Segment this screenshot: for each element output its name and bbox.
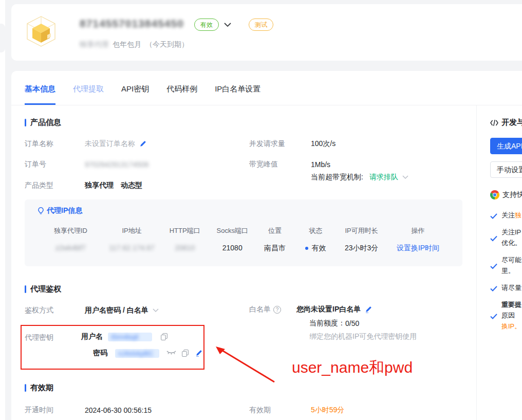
col-status: 状态: [295, 226, 337, 235]
sidebar-title-row: 开发与: [490, 118, 522, 127]
order-name-label: 订单名称: [25, 139, 85, 149]
proxy-ip-panel-title-text: 代理IP信息: [47, 206, 82, 215]
open-time-label: 开通时间: [25, 406, 85, 415]
over-bandwidth-chevron-icon[interactable]: [402, 175, 408, 179]
tip-link[interactable]: 独: [515, 211, 521, 219]
status-badge: 有效: [194, 19, 219, 31]
plan-cycle-label: 包年包月: [113, 40, 141, 49]
proxy-ip-table-row: z2wk4bf7 117.62.174.67 20810 21080 南昌市 有…: [38, 244, 450, 253]
over-bandwidth-mode-link[interactable]: 请求排队: [369, 173, 398, 182]
edit-whitelist-icon[interactable]: [365, 306, 372, 313]
concurrency-row: 并发请求量 100次/s: [249, 139, 335, 149]
status-dot-icon: [305, 247, 308, 250]
col-ip-address: IP地址: [104, 226, 160, 235]
auth-method-row: 鉴权方式 用户名密码 / 白名单: [25, 306, 159, 315]
annotation-red-box: [21, 325, 204, 370]
col-action: 操作: [386, 226, 450, 235]
plan-name-masked: 独享代理: [80, 40, 108, 49]
section-bar: [25, 119, 26, 126]
tab-api-key[interactable]: API密钥: [121, 84, 149, 105]
quota-label: 当前额度：: [309, 319, 345, 328]
test-badge: 测试: [249, 19, 273, 31]
left-edge-panel: [0, 0, 5, 420]
col-location: 位置: [255, 226, 294, 235]
order-id-masked-text: 8714557013845450: [80, 17, 184, 29]
proxy-ip-panel: 代理IP信息 独享代理ID IP地址 HTTP端口 Socks端口 位置 状态 …: [25, 199, 462, 266]
whitelist-help-icon[interactable]: ?: [273, 306, 281, 314]
period-row: 有效期 5小时59分: [249, 406, 344, 415]
order-no-masked: 9702642913174506: [85, 160, 149, 169]
order-name-value: 未设置订单名称: [85, 139, 135, 149]
tips-list: 关注独 关注IP优化。 尽可能里。 请尽量 重要提 原因 换IP。: [490, 210, 522, 332]
section-product-info: 产品信息: [25, 118, 61, 127]
order-id-title: 8714557013845450: [80, 17, 184, 30]
tab-proxy-extract[interactable]: 代理提取: [73, 84, 104, 105]
tip-item: 重要提 原因 换IP。: [490, 299, 522, 332]
socks-port-value: 21080: [210, 244, 255, 253]
tab-bar: 基本信息 代理提取 API密钥 代码样例 IP白名单设置: [11, 71, 522, 105]
tab-basic-info[interactable]: 基本信息: [25, 84, 55, 105]
tip-item: 尽可能里。: [490, 254, 522, 276]
whitelist-quota-row: 当前额度： 0/50: [309, 319, 359, 328]
status-text: 有效: [311, 244, 326, 252]
order-no-row: 订单号 9702642913174506: [25, 160, 149, 169]
chrome-icon: [490, 190, 499, 199]
quota-value: 0/50: [345, 319, 359, 327]
order-no-label: 订单号: [25, 160, 85, 169]
concurrency-value: 100次/s: [311, 139, 335, 149]
tip-item: 关注独: [490, 210, 522, 221]
tip-change-ip-link[interactable]: 换IP。: [501, 321, 521, 332]
status-chevron-down-icon[interactable]: [224, 23, 231, 27]
manual-setting-button[interactable]: 手动设置: [490, 161, 522, 178]
annotation-arrow: [214, 343, 281, 386]
edit-order-name-icon[interactable]: [139, 140, 146, 148]
col-duration: IP可用时长: [337, 226, 386, 235]
col-socks-port: Socks端口: [210, 226, 255, 235]
proxy-ip-panel-title: 代理IP信息: [38, 206, 82, 215]
http-port-masked: 20810: [160, 244, 210, 253]
order-header-card: 8714557013845450 有效 测试 独享代理 包年包月 （今天到期）: [11, 4, 522, 61]
ip-address-masked: 117.62.174.67: [104, 244, 160, 253]
proxy-id-masked: z2wk4bf7: [38, 244, 104, 253]
tab-code-sample[interactable]: 代码样例: [166, 84, 197, 105]
product-type-value2: 动态型: [121, 181, 142, 190]
generate-api-button[interactable]: 生成API: [490, 138, 522, 154]
status-cell: 有效: [295, 244, 337, 253]
period-value: 5小时59分: [311, 406, 344, 415]
main-content: 产品信息 订单名称 未设置订单名称 并发请求量 100次/s 订单号 97026…: [25, 105, 462, 420]
check-icon: [490, 257, 497, 276]
sidebar-title: 开发与: [501, 118, 522, 127]
check-icon: [490, 301, 497, 332]
section-proxy-auth: 代理鉴权: [25, 284, 61, 294]
product-type-value1: 独享代理: [85, 181, 114, 190]
whitelist-hint-row: 绑定您的机器IP可免代理密钥使用: [309, 332, 417, 341]
order-name-row: 订单名称 未设置订单名称: [25, 139, 146, 149]
section-bar: [25, 384, 26, 392]
product-type-label: 产品类型: [25, 181, 85, 190]
order-detail-card: 基本信息 代理提取 API密钥 代码样例 IP白名单设置 产品信息 订单名称 未…: [11, 71, 522, 420]
bandwidth-row: 带宽峰值 1Mb/s: [249, 160, 330, 169]
open-time-row: 开通时间 2024-06-30 00:56:15: [25, 406, 152, 415]
product-cube-icon: [25, 15, 58, 49]
section-bar: [25, 285, 26, 293]
check-icon: [490, 229, 497, 248]
order-subtitle: 独享代理 包年包月 （今天到期）: [80, 40, 189, 49]
whitelist-label: 白名单: [249, 305, 271, 314]
section-title: 有效期: [30, 383, 53, 393]
check-icon: [490, 212, 497, 221]
tab-ip-whitelist[interactable]: IP白名单设置: [215, 84, 260, 105]
product-type-row: 产品类型 独享代理 动态型: [25, 181, 142, 190]
auth-method-value[interactable]: 用户名密码 / 白名单: [85, 306, 148, 315]
col-proxy-id: 独享代理ID: [38, 226, 104, 235]
section-title: 产品信息: [30, 118, 61, 127]
col-http-port: HTTP端口: [160, 226, 210, 235]
tip-item: 请尽量: [490, 282, 522, 293]
auth-method-chevron-icon[interactable]: [153, 308, 159, 313]
set-ip-rotation-link[interactable]: 设置换IP时间: [386, 244, 450, 253]
location-value: 南昌市: [255, 244, 294, 253]
whitelist-value: 您尚未设置IP白名单: [296, 305, 361, 314]
over-bandwidth-label: 当前超带宽机制:: [311, 173, 363, 182]
concurrency-label: 并发请求量: [249, 139, 311, 149]
dev-sidebar: 开发与 生成API 手动设置 支持快 关注独 关注IP优化。: [476, 105, 522, 420]
auth-method-label: 鉴权方式: [25, 306, 85, 315]
